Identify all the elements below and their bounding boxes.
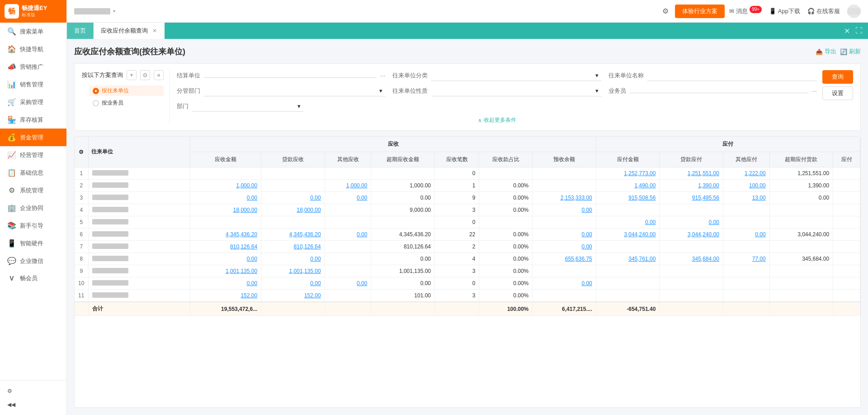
row-qtys [325, 216, 371, 229]
sidebar-item-member[interactable]: V 畅会员 [0, 270, 66, 287]
field-settlement-unit: 结算单位 ··· [177, 72, 385, 80]
scheme-settings-button[interactable]: ⊙ [140, 70, 150, 80]
table-row: 11 152.00 152.00 101.00 3 0.00% [75, 290, 860, 302]
sidebar-item-marketing[interactable]: 📣 营销推广 [0, 58, 66, 76]
settings-button[interactable]: 设置 [822, 86, 853, 100]
row-cqysje: 0.00 [371, 253, 435, 265]
sidebar-item-enterprise[interactable]: 🏢 企业协同 [0, 199, 66, 217]
sales-icon: 📊 [7, 80, 16, 89]
col-qtys: 其他应收 [325, 152, 371, 167]
field-partner-category: 往来单位分类 ▾ [392, 70, 601, 81]
row-qtyf: 77.00 [723, 253, 769, 265]
online-service-button[interactable]: 🎧 在线客服 [807, 7, 840, 15]
footer-yfje: -654,751.40 [596, 302, 660, 316]
row-yf [833, 204, 860, 216]
partner-category-select[interactable]: ▾ [431, 70, 601, 81]
row-qtys [325, 167, 371, 180]
row-qtyf: 0.00 [723, 229, 769, 241]
row-ysye: 0.00 [533, 204, 596, 216]
table-scroll[interactable]: ⚙ 往来单位 应收 应付 应收金额 贷款应收 其他应收 超期应收金额 应收笔数 … [75, 137, 860, 407]
top-header: ▾ ⚙ 体验行业方案 ✉ 消息 99+ 📱 App下载 🎧 在线客服 [67, 0, 868, 23]
row-ysbshu: 0 [435, 216, 479, 229]
dept-select[interactable]: ▾ [192, 101, 303, 112]
search-row-3: 部门 ▾ [177, 101, 817, 112]
sidebar-item-purchase[interactable]: 🛒 采购管理 [0, 93, 66, 111]
row-yszb: 0.00% [479, 290, 533, 302]
row-partner [88, 241, 190, 253]
row-dkys: 152.00 [261, 290, 325, 302]
scheme-collapse-button[interactable]: « [154, 70, 164, 80]
settlement-unit-dots[interactable]: ··· [380, 72, 386, 79]
tab-close-button[interactable]: ✕ [844, 27, 850, 35]
home-icon: 🏠 [7, 45, 16, 53]
row-no: 7 [75, 241, 88, 253]
row-yf [833, 192, 860, 204]
row-dkyf: 1,251,551.00 [660, 167, 723, 180]
tab-ar-ap[interactable]: 应收应付余额查询 ✕ [94, 23, 165, 39]
col-settings[interactable]: ⚙ [75, 137, 88, 167]
add-scheme-button[interactable]: + [127, 70, 137, 80]
partner-name-input[interactable] [647, 70, 817, 81]
export-icon: 📤 [816, 48, 823, 55]
field-dept-manager: 分管部门 ▾ [177, 86, 385, 96]
row-dkys: 810,126.64 [261, 241, 325, 253]
partner-nature-select[interactable]: ▾ [431, 86, 601, 96]
header-settings-icon[interactable]: ⚙ [660, 5, 670, 17]
sidebar-item-wechat[interactable]: 💬 企业微信 [0, 252, 66, 270]
row-no: 10 [75, 277, 88, 290]
user-avatar[interactable] [847, 5, 861, 18]
sidebar-item-inventory[interactable]: 🏪 库存核算 [0, 111, 66, 129]
row-cqyfhk [769, 290, 833, 302]
row-cqyfhk [769, 204, 833, 216]
sidebar-item-hardware[interactable]: 📱 智能硬件 [0, 234, 66, 252]
tab-close-icon[interactable]: ✕ [152, 28, 157, 34]
sidebar-bottom-settings[interactable]: ⚙ [0, 384, 66, 398]
scheme-radio [93, 100, 99, 106]
collapse-more-conditions[interactable]: ∧ 收起更多条件 [177, 116, 817, 124]
row-ysje: 0.00 [190, 192, 261, 204]
row-cqyfhk [769, 241, 833, 253]
footer-empty [75, 302, 88, 316]
row-qtyf: 100.00 [723, 180, 769, 192]
message-button[interactable]: ✉ 消息 99+ [729, 7, 762, 15]
sidebar-item-basic[interactable]: 📋 基础信息 [0, 164, 66, 181]
solution-button[interactable]: 体验行业方案 [675, 5, 725, 18]
page-container: 应收应付余额查询(按往来单位) 📤 导出 🔄 刷新 按以下方案查询 [67, 39, 868, 415]
purchase-icon: 🛒 [7, 98, 16, 106]
row-ysye [533, 265, 596, 277]
scheme-by-partner[interactable]: 按往来单位 [89, 86, 164, 96]
row-yfje [596, 290, 660, 302]
row-partner [88, 204, 190, 216]
sidebar-item-finance[interactable]: 💰 资金管理 [0, 129, 66, 146]
sidebar-item-guide[interactable]: 📚 新手引导 [0, 217, 66, 234]
row-qtys: 0.00 [325, 192, 371, 204]
row-cqysje: 101.00 [371, 290, 435, 302]
refresh-button[interactable]: 🔄 刷新 [840, 48, 861, 56]
row-ysbshu: 3 [435, 204, 479, 216]
sidebar-item-system[interactable]: ⚙ 系统管理 [0, 181, 66, 199]
app-download-button[interactable]: 📱 App下载 [769, 7, 800, 15]
table-row: 7 810,126.64 810,126.64 810,126.64 2 0.0… [75, 241, 860, 253]
table-row: 6 4,345,436.20 4,345,436.20 0.00 4,345,4… [75, 229, 860, 241]
query-button[interactable]: 查询 [822, 70, 853, 84]
sidebar-item-search[interactable]: 🔍 搜索菜单 [0, 23, 66, 40]
tab-expand-button[interactable]: ⛶ [855, 27, 863, 35]
col-yfje: 应付金额 [596, 152, 660, 167]
scheme-by-salesman[interactable]: 按业务员 [89, 98, 164, 108]
row-yf [833, 253, 860, 265]
sidebar-item-quick-nav[interactable]: 🏠 快捷导航 [0, 40, 66, 58]
row-yfje [596, 241, 660, 253]
export-button[interactable]: 📤 导出 [816, 48, 836, 56]
sidebar-item-business[interactable]: 📈 经营管理 [0, 146, 66, 164]
dept-manager-select[interactable]: ▾ [204, 86, 385, 96]
sidebar-bottom-collapse[interactable]: ◀◀ [0, 398, 66, 411]
member-icon: V [7, 275, 16, 282]
row-yfje [596, 265, 660, 277]
salesman-dots[interactable]: ··· [811, 87, 817, 95]
row-dkyf: 3,044,240.00 [660, 229, 723, 241]
sidebar-item-sales[interactable]: 📊 销售管理 [0, 76, 66, 93]
tab-home[interactable]: 首页 [67, 23, 94, 39]
row-partner [88, 192, 190, 204]
col-partner-header: 往来单位 [88, 137, 190, 167]
row-ysye: 655,636.75 [533, 253, 596, 265]
